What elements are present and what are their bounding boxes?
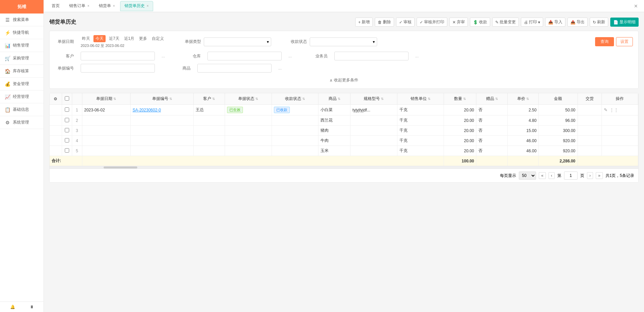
gear-column-header[interactable]: ⚙: [50, 93, 62, 105]
customer-sort[interactable]: 客户 ⇅: [203, 96, 215, 102]
date-today[interactable]: 今天: [93, 35, 106, 42]
date-column-header[interactable]: 单据日期 ⇅: [82, 93, 130, 105]
row-checkbox-cell[interactable]: [62, 146, 72, 156]
next-page-button[interactable]: ›: [587, 172, 593, 179]
sidebar-item-basic-info[interactable]: 📋 基础信息: [0, 103, 44, 116]
unit-column-header[interactable]: 销售单位 ⇅: [397, 93, 444, 105]
more-action-icon[interactable]: ⋮⋮: [610, 107, 618, 112]
spec-sort[interactable]: 规格型号 ⇅: [364, 96, 384, 102]
row-index: 3: [72, 126, 82, 136]
sidebar-item-ops-mgmt[interactable]: 📈 经营管理: [0, 90, 44, 103]
page-number-input[interactable]: 1: [564, 172, 578, 180]
status-select[interactable]: ▾: [310, 37, 377, 46]
delete-button[interactable]: 🗑 删除: [375, 18, 394, 27]
pay-status-column-header[interactable]: 收款状态 ⇅: [272, 93, 318, 105]
audit-button[interactable]: ✓ 审核: [396, 18, 415, 27]
date-yesterday[interactable]: 昨天: [81, 35, 91, 42]
first-page-button[interactable]: «: [539, 172, 546, 179]
salesman-input[interactable]: [334, 52, 409, 60]
checkbox-column-header[interactable]: [62, 93, 72, 105]
tab-sales-order-close[interactable]: ×: [87, 4, 89, 8]
import-button[interactable]: 📥 导入: [545, 18, 565, 27]
customer-more[interactable]: ...: [162, 54, 165, 58]
last-page-button[interactable]: »: [596, 172, 603, 179]
goods-more[interactable]: ...: [278, 66, 282, 71]
gift-column-header[interactable]: 赠品 ⇅: [476, 93, 508, 105]
date-7days[interactable]: 近7天: [108, 35, 121, 42]
tab-sales-delivery-close[interactable]: ×: [113, 4, 115, 8]
row-checkbox[interactable]: [65, 128, 69, 132]
customer-input[interactable]: [81, 52, 155, 60]
row-checkbox[interactable]: [65, 107, 69, 112]
row-checkbox-cell[interactable]: [62, 105, 72, 115]
salesman-more[interactable]: ...: [415, 54, 419, 58]
order-no-column-header[interactable]: 单据编号 ⇅: [130, 93, 193, 105]
tab-sales-history[interactable]: 销货单历史 ×: [120, 1, 153, 11]
price-column-header[interactable]: 单价 ⇅: [507, 93, 539, 105]
row-checkbox[interactable]: [65, 118, 69, 122]
warehouse-input[interactable]: [207, 52, 282, 60]
set-button[interactable]: 设置: [616, 37, 633, 46]
qty-sort[interactable]: 数量 ⇅: [454, 96, 466, 102]
scrollbar-thumb[interactable]: [104, 166, 137, 168]
per-page-select[interactable]: 50 100 200: [519, 172, 536, 180]
tab-sales-history-close[interactable]: ×: [147, 4, 149, 8]
order-no-link[interactable]: SA-20230602-0: [133, 108, 161, 112]
query-button[interactable]: 查询: [595, 37, 614, 46]
print-button[interactable]: 🖨 打印 ▾: [521, 18, 543, 27]
pause-icon[interactable]: ⏸: [30, 305, 34, 309]
notification-icon[interactable]: 🔔: [10, 305, 15, 309]
row-price: 2.50: [507, 105, 539, 115]
show-detail-button[interactable]: 📄 显示明细: [610, 18, 639, 27]
date-custom[interactable]: 自定义: [150, 35, 165, 42]
goods-sort[interactable]: 商品 ⇅: [329, 96, 340, 102]
pay-status-sort[interactable]: 收款状态 ⇅: [285, 96, 305, 102]
sidebar-item-purchase-mgmt[interactable]: 🛒 采购管理: [0, 52, 44, 65]
order-no-sort[interactable]: 单据编号 ⇅: [152, 96, 172, 102]
horizontal-scrollbar[interactable]: [50, 166, 638, 168]
tab-sales-delivery[interactable]: 销货单 ×: [94, 1, 119, 11]
row-checkbox-cell[interactable]: [62, 115, 72, 126]
row-checkbox[interactable]: [65, 138, 69, 142]
collapse-button[interactable]: ∧ 收起更多条件: [328, 76, 360, 84]
goods-column-header[interactable]: 商品 ⇅: [318, 93, 350, 105]
tab-home[interactable]: 首页: [47, 1, 64, 11]
customer-column-header[interactable]: 客户 ⇅: [194, 93, 225, 105]
row-checkbox[interactable]: [65, 148, 69, 153]
row-order-no[interactable]: SA-20230602-0: [130, 105, 193, 115]
edit-icon[interactable]: ✎: [604, 107, 608, 112]
spec-column-header[interactable]: 规格型号 ⇅: [350, 93, 397, 105]
row-checkbox-cell[interactable]: [62, 126, 72, 136]
export-button[interactable]: 📤 导出: [567, 18, 588, 27]
order-status-sort[interactable]: 单据状态 ⇅: [238, 96, 258, 102]
new-button[interactable]: + 新增: [355, 18, 373, 27]
price-sort[interactable]: 单价 ⇅: [517, 96, 529, 102]
unit-sort[interactable]: 销售单位 ⇅: [411, 96, 430, 102]
refresh-button[interactable]: ↻ 刷新: [590, 18, 608, 27]
gift-sort[interactable]: 赠品 ⇅: [486, 96, 498, 102]
sidebar-item-search-menu[interactable]: ☰ 搜索菜单: [0, 14, 44, 26]
window-close-button[interactable]: ✕: [631, 3, 641, 9]
audit-print-button[interactable]: ✓ 审核并打印: [417, 18, 447, 27]
goods-input[interactable]: [197, 64, 272, 73]
row-checkbox-cell[interactable]: [62, 136, 72, 146]
batch-change-button[interactable]: ✎ 批量变更: [492, 18, 519, 27]
collect-button[interactable]: 💲 收款: [470, 18, 490, 27]
sidebar-item-sales-mgmt[interactable]: 📊 销售管理: [0, 39, 44, 52]
tab-sales-order[interactable]: 销售订单 ×: [65, 1, 94, 11]
order-status-column-header[interactable]: 单据状态 ⇅: [225, 93, 272, 105]
date-sort[interactable]: 单据日期 ⇅: [96, 96, 116, 102]
abandon-button[interactable]: ✕ 弃审: [449, 18, 468, 27]
sidebar-item-inventory-calc[interactable]: 🏠 库存核算: [0, 65, 44, 78]
warehouse-more[interactable]: ...: [288, 54, 292, 58]
prev-page-button[interactable]: ‹: [549, 172, 555, 179]
sidebar-item-quick-nav[interactable]: ⚡ 快捷导航: [0, 26, 44, 39]
select-all-checkbox[interactable]: [65, 96, 69, 101]
sidebar-item-sys-mgmt[interactable]: ⚙ 系统管理: [0, 116, 44, 129]
order-no-input[interactable]: [81, 64, 155, 73]
date-more[interactable]: 更多: [138, 35, 148, 42]
date-1month[interactable]: 近1月: [123, 35, 136, 42]
sidebar-item-fund-mgmt[interactable]: 💰 资金管理: [0, 78, 44, 90]
qty-column-header[interactable]: 数量 ⇅: [444, 93, 476, 105]
type-select[interactable]: ▾: [204, 37, 271, 46]
